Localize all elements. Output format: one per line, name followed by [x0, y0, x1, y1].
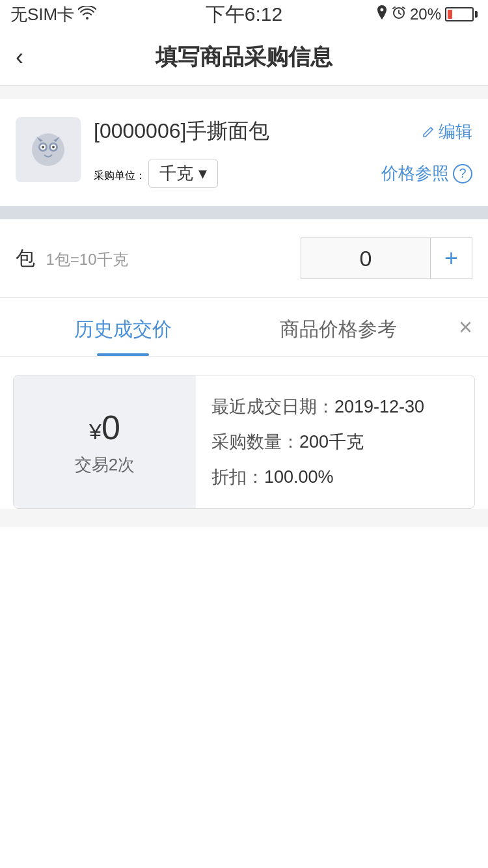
unit-label: 包	[16, 247, 35, 269]
price-ref-button[interactable]: 价格参照 ?	[381, 162, 472, 185]
battery-percent: 20%	[410, 5, 441, 23]
close-button[interactable]: ×	[446, 301, 472, 354]
product-full-name: [0000006]手撕面包	[94, 117, 269, 146]
recent-date-value: 2019-12-30	[334, 397, 424, 416]
svg-point-6	[42, 146, 44, 148]
unit-sub-label: 1包=10千克	[46, 251, 128, 268]
trade-count: 交易2次	[75, 454, 135, 476]
tab-product-price-ref[interactable]: 商品价格参考	[230, 298, 445, 356]
page-background	[0, 527, 488, 868]
purchase-qty-label: 采购数量：	[211, 432, 299, 452]
back-button[interactable]: ‹	[16, 44, 23, 71]
recent-date-row: 最近成交日期：2019-12-30	[211, 395, 459, 418]
edit-button[interactable]: 编辑	[422, 120, 472, 143]
unit-label-section: 包 1包=10千克	[16, 245, 128, 272]
price-display: ¥0	[89, 408, 120, 447]
discount-row: 折扣：100.00%	[211, 465, 459, 489]
purchase-qty-row: 采购数量：200千克	[211, 430, 459, 454]
page-title: 填写商品采购信息	[156, 42, 332, 72]
recent-date-label: 最近成交日期：	[211, 397, 334, 416]
unit-selector[interactable]: 千克 ▾	[148, 159, 218, 188]
price-amount: 0	[102, 409, 120, 446]
purchase-unit-row: 采购单位： 千克 ▾ 价格参照 ?	[94, 159, 472, 188]
discount-value: 100.00%	[264, 467, 334, 487]
discount-label: 折扣：	[211, 467, 264, 487]
wifi-icon	[78, 5, 96, 25]
svg-point-7	[52, 146, 55, 148]
tab-history-price[interactable]: 历史成交价	[16, 298, 230, 356]
status-bar: 无SIM卡 下午6:12 20%	[0, 0, 488, 29]
currency-symbol: ¥	[89, 419, 102, 444]
nav-bar: ‹ 填写商品采购信息	[0, 29, 488, 86]
edit-label: 编辑	[439, 120, 472, 143]
status-time: 下午6:12	[206, 1, 282, 28]
product-card: [0000006]手撕面包 编辑 采购单位： 千克 ▾ 价格参照 ?	[0, 99, 488, 206]
battery-icon	[445, 7, 478, 21]
help-icon: ?	[453, 164, 472, 183]
tab-price-ref-label: 商品价格参考	[280, 318, 397, 340]
quantity-input[interactable]: 0	[301, 237, 431, 279]
purchase-unit-section: 采购单位： 千克 ▾	[94, 159, 218, 188]
status-left: 无SIM卡	[10, 3, 96, 26]
purchase-qty-value: 200千克	[299, 432, 364, 452]
price-ref-label: 价格参照	[381, 162, 449, 185]
chevron-down-icon: ▾	[198, 163, 207, 183]
tab-history-label: 历史成交价	[74, 318, 172, 340]
price-card: ¥0 交易2次 最近成交日期：2019-12-30 采购数量：200千克 折扣：…	[13, 375, 475, 509]
bottom-panel: 历史成交价 商品价格参考 × ¥0 交易2次 最近成交日期：2019-12-30…	[0, 298, 488, 509]
price-summary: ¥0 交易2次	[14, 375, 196, 508]
purchase-unit-label: 采购单位：	[94, 170, 146, 181]
product-thumbnail	[16, 117, 81, 182]
gray-divider	[0, 206, 488, 219]
alarm-icon	[392, 5, 406, 23]
svg-point-1	[32, 133, 64, 166]
tab-bar: 历史成交价 商品价格参考 ×	[0, 298, 488, 357]
carrier-text: 无SIM卡	[10, 3, 74, 26]
quantity-row: 包 1包=10千克 0 +	[0, 219, 488, 298]
unit-value: 千克	[159, 162, 193, 185]
quantity-control: 0 +	[301, 237, 472, 279]
status-right: 20%	[376, 5, 478, 23]
location-icon	[376, 5, 388, 23]
price-details: 最近成交日期：2019-12-30 采购数量：200千克 折扣：100.00%	[196, 375, 474, 508]
product-name-row: [0000006]手撕面包 编辑	[94, 117, 472, 146]
product-info: [0000006]手撕面包 编辑 采购单位： 千克 ▾ 价格参照 ?	[94, 117, 472, 188]
quantity-plus-button[interactable]: +	[431, 237, 472, 279]
